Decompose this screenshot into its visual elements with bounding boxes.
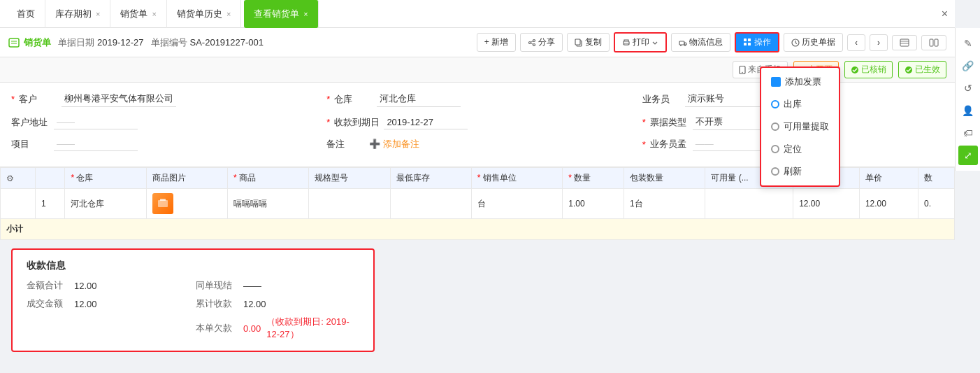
col-pack-quantity: 包装数量 [624, 168, 705, 189]
col-warehouse: * 仓库 [65, 168, 146, 189]
address-field: 客户地址 —— [11, 115, 312, 129]
cell-action [1, 189, 36, 219]
dropdown-available-pickup[interactable]: 可用量提取 [761, 115, 839, 138]
dropdown-outbound[interactable]: 出库 [761, 93, 839, 115]
dropdown-refresh[interactable]: 刷新 [761, 160, 839, 183]
cell-spec [309, 189, 390, 219]
print-button[interactable]: 打印 [614, 32, 667, 52]
svg-rect-26 [158, 200, 168, 207]
toolbar-actions: + 新增 分享 复制 打印 物流信息 操作 [477, 32, 946, 52]
sidebar-expand-icon[interactable]: ⤢ [958, 146, 978, 165]
svg-rect-14 [744, 43, 747, 45]
col-row-num [36, 168, 65, 189]
tab-view-sales[interactable]: 查看销货单 × [244, 0, 318, 28]
operation-button[interactable]: 操作 [735, 32, 779, 52]
svg-rect-17 [900, 39, 909, 46]
window-close-button[interactable]: × [942, 8, 948, 20]
cell-warehouse: 河北仓库 [65, 189, 146, 219]
col-min-stock: 最低库存 [390, 168, 471, 189]
payment-grid: 金额合计 12.00 同单现结 —— 成交金额 12.00 累计收款 12.00… [27, 279, 359, 341]
add-note-button[interactable]: ➕ 添加备注 [369, 138, 419, 150]
tab-sales[interactable]: 销货单 × [110, 0, 166, 28]
dropdown-locate[interactable]: 定位 [761, 138, 839, 160]
cell-min-stock [390, 189, 471, 219]
payment-date-value[interactable]: 2019-12-27 [384, 115, 468, 129]
payment-date-field: * 收款到期日 2019-12-27 [326, 115, 628, 129]
checked-button[interactable]: 已核销 [844, 61, 893, 78]
copy-button[interactable]: 复制 [567, 33, 610, 52]
cell-stock: 12.00 [793, 189, 860, 219]
nav-next-button[interactable]: › [870, 34, 888, 51]
svg-rect-21 [935, 39, 938, 46]
main-toolbar: 销货单 单据日期 2019-12-27 单据编号 SA-20191227-001… [0, 28, 955, 57]
refresh-icon [771, 167, 779, 176]
svg-line-4 [531, 43, 533, 44]
due-date: （收款到期日: 2019-12-27） [266, 316, 359, 341]
col-quantity: * 数量 [563, 168, 624, 189]
payment-row-same-settle: 同单现结 —— [196, 279, 359, 292]
warehouse-value[interactable]: 河北仓库 [377, 91, 461, 107]
svg-rect-20 [930, 39, 933, 46]
project-field: 项目 —— [11, 137, 312, 151]
svg-point-23 [742, 71, 744, 73]
sidebar-tag-icon[interactable]: 🏷 [958, 123, 978, 143]
svg-point-11 [684, 45, 686, 46]
product-image [152, 193, 173, 214]
view-list-button[interactable] [892, 35, 917, 50]
svg-rect-13 [748, 38, 751, 41]
customer-field: * 客户 柳州粤港平安气体有限公司 [11, 91, 312, 107]
address-value[interactable]: —— [54, 115, 138, 129]
tab-view-sales-close[interactable]: × [303, 10, 308, 18]
doc-info: 销货单 单据日期 2019-12-27 单据编号 SA-20191227-001 [8, 36, 471, 49]
col-spec: 规格型号 [309, 168, 390, 189]
tab-bar: 首页 库存期初 × 销货单 × 销货单历史 × 查看销货单 × × [0, 0, 955, 28]
effective-button[interactable]: 已生效 [898, 61, 946, 78]
project-value[interactable]: —— [54, 137, 138, 151]
svg-rect-0 [9, 38, 19, 47]
tab-sales-close[interactable]: × [152, 10, 156, 18]
svg-rect-8 [624, 43, 628, 45]
payment-row-deal-amount: 成交金额 12.00 [27, 297, 190, 310]
sidebar-link-icon[interactable]: 🔗 [958, 56, 978, 76]
svg-rect-15 [748, 43, 751, 45]
payment-info-title: 收款信息 [27, 260, 359, 272]
col-product: * 商品 [227, 168, 308, 189]
tab-sales-history-close[interactable]: × [226, 10, 231, 18]
warehouse-field: * 仓库 河北仓库 [326, 91, 628, 107]
col-settings[interactable]: ⚙ [1, 168, 36, 189]
tab-inventory-close[interactable]: × [96, 10, 100, 18]
cell-row-num: 1 [36, 189, 65, 219]
locate-icon [771, 145, 779, 153]
outbound-icon [771, 100, 779, 108]
nav-prev-button[interactable]: ‹ [847, 34, 865, 51]
payment-row-amount: 金额合计 12.00 [27, 279, 190, 292]
view-grid-button[interactable] [921, 35, 946, 50]
payment-info-box: 收款信息 金额合计 12.00 同单现结 —— 成交金额 12.00 累计收款 … [11, 248, 375, 352]
same-settle-value: —— [243, 281, 261, 291]
table-row: 1 河北仓库 嗝嗝嗝嗝 台 1.00 1台 12.00 12.00 [1, 189, 955, 219]
salesperson-value[interactable]: 演示账号 [685, 91, 769, 107]
available-pickup-icon [771, 122, 779, 131]
doc-date-field: 单据日期 2019-12-27 [58, 36, 144, 49]
due-value: 0.00 [243, 323, 261, 334]
svg-line-3 [531, 41, 533, 42]
history-button[interactable]: 历史单据 [784, 33, 843, 52]
svg-rect-9 [679, 41, 684, 45]
add-button[interactable]: + 新增 [477, 33, 516, 52]
cell-product: 嗝嗝嗝嗝 [227, 189, 308, 219]
subtotal-row: 小计 [1, 219, 955, 240]
share-button[interactable]: 分享 [520, 33, 563, 52]
cell-amount: 0. [918, 189, 955, 219]
dropdown-add-invoice[interactable]: 添加发票 [761, 71, 839, 93]
col-unit-price: 单价 [859, 168, 918, 189]
tab-sales-history[interactable]: 销货单历史 × [167, 0, 241, 28]
subtotal-label: 小计 [1, 219, 955, 240]
tab-home[interactable]: 首页 [7, 0, 45, 28]
logistics-button[interactable]: 物流信息 [671, 33, 730, 52]
sidebar-user-icon[interactable]: 👤 [958, 101, 978, 120]
tab-inventory[interactable]: 库存期初 × [45, 0, 110, 28]
customer-value[interactable]: 柳州粤港平安气体有限公司 [62, 91, 176, 107]
sidebar-rotate-icon[interactable]: ↺ [958, 78, 978, 98]
svg-point-10 [680, 45, 682, 46]
sidebar-edit-icon[interactable]: ✎ [958, 34, 978, 53]
